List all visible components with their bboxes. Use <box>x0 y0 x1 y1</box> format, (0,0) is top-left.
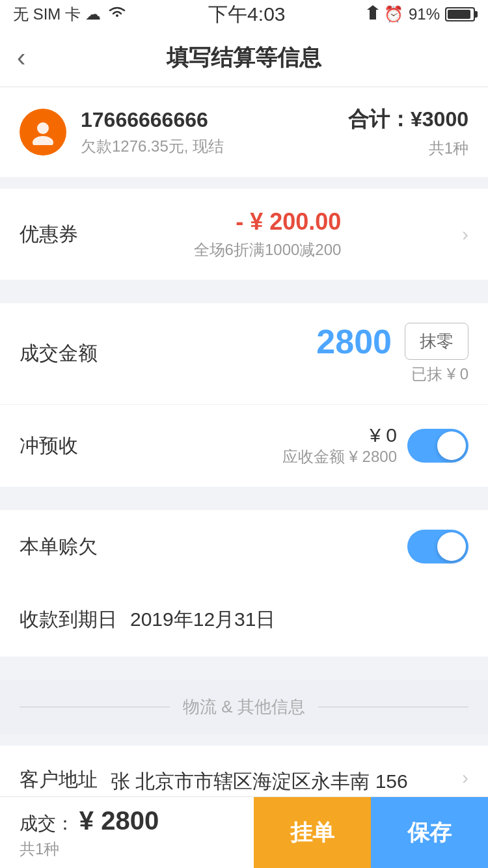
logistics-divider: 物流 & 其他信息 <box>0 680 488 734</box>
deal-amount-row: 成交金额 2800 抹零 已抹 ¥ 0 <box>0 303 488 404</box>
prepay-right: ¥ 0 应收金额 ¥ 2800 <box>282 424 468 467</box>
status-bar: 无 SIM 卡 ☁ 下午4:03 ⏰ 91% <box>0 0 488 29</box>
prepay-row: 冲预收 ¥ 0 应收金额 ¥ 2800 <box>0 404 488 487</box>
user-total: 合计：¥3000 共1种 <box>348 105 468 159</box>
round-button[interactable]: 抹零 <box>405 323 468 360</box>
bottom-bar: 成交： ¥ 2800 共1种 挂单 保存 <box>0 796 488 868</box>
sim-label: 无 SIM 卡 ☁ <box>13 4 101 25</box>
status-right: ⏰ 91% <box>367 5 475 23</box>
svg-point-0 <box>37 122 49 134</box>
deal-card: 成交金额 2800 抹零 已抹 ¥ 0 冲预收 ¥ 0 应收金额 ¥ 2800 <box>0 303 488 487</box>
alarm-icon: ⏰ <box>384 5 403 23</box>
location-icon <box>367 5 379 23</box>
prepay-sub: 应收金额 ¥ 2800 <box>282 446 397 467</box>
total-sub: 共1种 <box>348 138 468 159</box>
hang-button[interactable]: 挂单 <box>254 797 371 869</box>
address-chevron: › <box>462 766 468 789</box>
section-separator-4 <box>0 734 488 746</box>
prepay-toggle[interactable] <box>407 429 468 463</box>
user-info: 17666666666 欠款1276.35元, 现结 <box>81 108 348 157</box>
coupon-card: 优惠券 - ¥ 200.00 全场6折满1000减200 › <box>0 189 488 280</box>
credit-toggle[interactable] <box>407 530 468 563</box>
deal-value: 2800 <box>316 325 392 359</box>
battery-percent: 91% <box>409 5 440 23</box>
coupon-label: 优惠券 <box>20 221 78 248</box>
coupon-chevron: › <box>462 223 468 245</box>
coupon-row[interactable]: 优惠券 - ¥ 200.00 全场6折满1000减200 › <box>0 189 488 280</box>
section-separator-2 <box>0 498 488 510</box>
credit-card: 本单赊欠 收款到期日 2019年12月31日 <box>0 510 488 657</box>
coupon-desc: 全场6折满1000减200 <box>194 239 342 260</box>
logistics-label: 物流 & 其他信息 <box>183 696 305 718</box>
due-value: 2019年12月31日 <box>130 606 275 633</box>
status-left: 无 SIM 卡 ☁ <box>13 4 127 25</box>
divider-line-left <box>20 707 170 707</box>
erased-label: 已抹 ¥ 0 <box>411 364 468 385</box>
address-label: 客户地址 <box>20 766 98 793</box>
prepay-value: ¥ 0 <box>370 424 397 446</box>
credit-toggle-knob <box>437 532 466 561</box>
page-title: 填写结算等信息 <box>167 43 321 73</box>
bottom-info: 成交： ¥ 2800 共1种 <box>0 806 254 860</box>
section-separator-1 <box>0 292 488 303</box>
total-amount: 合计：¥3000 <box>348 105 468 134</box>
section-separator-3 <box>0 668 488 680</box>
divider-line-right <box>318 707 468 707</box>
avatar <box>20 109 66 156</box>
user-phone: 17666666666 <box>81 108 348 132</box>
prepay-label: 冲预收 <box>20 433 78 459</box>
user-card: 17666666666 欠款1276.35元, 现结 合计：¥3000 共1种 <box>0 87 488 177</box>
deal-amount-right: 2800 抹零 <box>316 323 468 360</box>
main-content: 17666666666 欠款1276.35元, 现结 合计：¥3000 共1种 … <box>0 87 488 868</box>
coupon-right: - ¥ 200.00 全场6折满1000减200 <box>194 208 342 260</box>
bottom-deal-row: 成交： ¥ 2800 <box>20 806 234 836</box>
due-date-row: 收款到期日 2019年12月31日 <box>0 583 488 657</box>
battery-icon <box>445 7 475 21</box>
user-subtitle: 欠款1276.35元, 现结 <box>81 136 348 157</box>
credit-label: 本单赊欠 <box>20 534 98 560</box>
deal-label: 成交金额 <box>20 340 98 367</box>
due-label: 收款到期日 <box>20 606 117 633</box>
bottom-deal-amount: ¥ 2800 <box>79 806 159 835</box>
user-row: 17666666666 欠款1276.35元, 现结 合计：¥3000 共1种 <box>0 87 488 177</box>
coupon-amount: - ¥ 200.00 <box>236 208 341 236</box>
bottom-sub: 共1种 <box>20 839 234 860</box>
nav-bar: ‹ 填写结算等信息 <box>0 29 488 87</box>
back-button[interactable]: ‹ <box>17 43 25 72</box>
credit-row: 本单赊欠 <box>0 510 488 583</box>
svg-point-1 <box>33 136 53 145</box>
status-time: 下午4:03 <box>208 1 285 28</box>
bottom-deal-label: 成交： <box>20 813 74 834</box>
save-button[interactable]: 保存 <box>371 797 488 869</box>
wifi-icon <box>107 5 127 23</box>
toggle-knob <box>437 431 466 460</box>
